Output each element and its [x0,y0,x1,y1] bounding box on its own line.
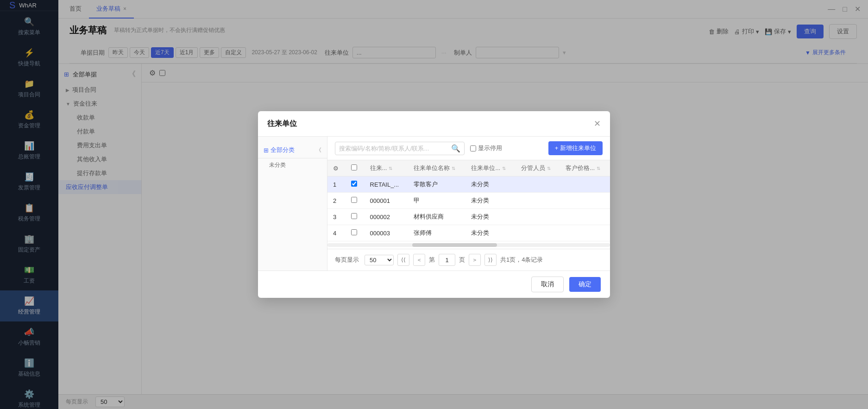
page-label: 第 [429,256,435,264]
show-disabled-checkbox-label[interactable]: 显示停用 [470,144,502,152]
row-checkbox[interactable] [346,193,364,209]
row-name: 张师傅 [408,225,465,241]
row-price [560,225,610,241]
th-settings: ⚙ [327,160,346,176]
row-price [560,209,610,225]
row-select-checkbox[interactable] [351,213,357,219]
page-next-button[interactable]: ＞ [469,254,481,266]
table-select-all[interactable] [351,164,357,170]
partner-table-body: 1 RETAIL_... 零散客户 未分类 2 [327,176,610,241]
partner-search-box[interactable]: 🔍 [335,142,465,155]
modal-overlay[interactable]: 往来单位 ✕ ⊞ 全部分类 《 未分类 [0,0,868,409]
row-category: 未分类 [465,193,516,209]
row-checkbox[interactable] [346,225,364,241]
settings-icon[interactable]: ⚙ [333,165,339,172]
row-code: 000003 [365,225,408,241]
modal-footer: 取消 确定 [258,271,610,298]
modal-toolbar: 🔍 显示停用 + 新增往来单位 [327,137,610,160]
row-code: RETAIL_... [365,176,408,193]
row-no: 3 [327,209,346,225]
row-no: 1 [327,176,346,193]
th-manager[interactable]: 分管人员⇅ [516,160,560,176]
page-number-input[interactable]: 1 [439,254,455,266]
grid-dots-icon: ⊞ [264,147,269,154]
per-page-select[interactable]: 50 [365,255,394,265]
row-select-checkbox[interactable] [351,197,357,203]
row-manager [516,209,560,225]
th-price[interactable]: 客户价格...⇅ [560,160,610,176]
cancel-button[interactable]: 取消 [531,277,564,292]
row-name: 甲 [408,193,465,209]
page-prev-button[interactable]: ＜ [413,254,425,266]
category-item-uncategorized[interactable]: 未分类 [258,158,327,172]
per-page-label: 每页显示 [335,256,359,264]
modal-header: 往来单位 ✕ [258,111,610,137]
partner-table-header: ⚙ 往来...⇅ 往来单位名称⇅ 往来单位...⇅ 分管人员⇅ 客户价格...⇅ [327,160,610,176]
add-partner-button[interactable]: + 新增往来单位 [548,141,603,155]
th-code[interactable]: 往来...⇅ [365,160,408,176]
page-total-info: 共1页，4条记录 [500,256,543,264]
modal-scrollbar-thumb[interactable] [412,243,497,247]
row-category: 未分类 [465,225,516,241]
row-price [560,193,610,209]
page-first-button[interactable]: ⟨⟨ [397,254,409,266]
row-name: 零散客户 [408,176,465,193]
th-name[interactable]: 往来单位名称⇅ [408,160,465,176]
modal-pagination: 每页显示 50 ⟨⟨ ＜ 第 1 页 ＞ ⟩⟩ 共1页，4条记录 [327,249,610,271]
row-price [560,176,610,193]
search-icon[interactable]: 🔍 [451,144,460,153]
row-category: 未分类 [465,176,516,193]
page-suffix: 页 [459,256,465,264]
row-manager [516,193,560,209]
table-row[interactable]: 2 000001 甲 未分类 [327,193,610,209]
table-row[interactable]: 3 000002 材料供应商 未分类 [327,209,610,225]
row-select-checkbox[interactable] [351,229,357,235]
all-category-item[interactable]: ⊞ 全部分类 [264,146,295,154]
show-disabled-label: 显示停用 [478,144,502,152]
row-select-checkbox[interactable] [351,181,357,187]
modal-body: ⊞ 全部分类 《 未分类 🔍 显示停用 [258,137,610,271]
row-code: 000001 [365,193,408,209]
modal-content-panel: 🔍 显示停用 + 新增往来单位 ⚙ [327,137,610,271]
row-no: 2 [327,193,346,209]
table-row[interactable]: 4 000003 张师傅 未分类 [327,225,610,241]
row-name: 材料供应商 [408,209,465,225]
row-manager [516,176,560,193]
confirm-button[interactable]: 确定 [569,277,601,292]
row-category: 未分类 [465,209,516,225]
table-row[interactable]: 1 RETAIL_... 零散客户 未分类 [327,176,610,193]
modal-scrollbar[interactable] [327,243,610,247]
show-disabled-checkbox[interactable] [470,145,476,151]
all-category-label: 全部分类 [270,146,295,154]
row-checkbox[interactable] [346,176,364,193]
partner-search-input[interactable] [339,145,448,152]
row-no: 4 [327,225,346,241]
modal-category-panel: ⊞ 全部分类 《 未分类 [258,137,327,271]
modal-title: 往来单位 [267,119,297,129]
modal-table-wrap: ⚙ 往来...⇅ 往来单位名称⇅ 往来单位...⇅ 分管人员⇅ 客户价格...⇅ [327,160,610,241]
category-collapse-button[interactable]: 《 [316,146,321,154]
partner-table: ⚙ 往来...⇅ 往来单位名称⇅ 往来单位...⇅ 分管人员⇅ 客户价格...⇅ [327,160,610,241]
row-checkbox[interactable] [346,209,364,225]
th-checkbox [346,160,364,176]
row-code: 000002 [365,209,408,225]
row-manager [516,225,560,241]
modal-close-button[interactable]: ✕ [594,119,601,129]
th-category[interactable]: 往来单位...⇅ [465,160,516,176]
partner-modal: 往来单位 ✕ ⊞ 全部分类 《 未分类 [258,111,610,298]
page-last-button[interactable]: ⟩⟩ [484,254,497,266]
